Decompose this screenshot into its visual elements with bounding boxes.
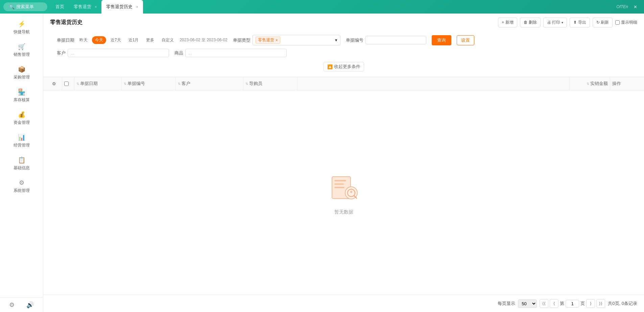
date-yesterday[interactable]: 昨天 xyxy=(76,36,91,44)
tab-retail-return-close[interactable]: × xyxy=(95,5,97,9)
search-icon: 🔍 xyxy=(9,4,15,9)
sort-bill-no-icon[interactable]: ⇅ xyxy=(124,82,126,86)
sort-customer-icon[interactable]: ⇅ xyxy=(178,82,181,86)
collapse-btn[interactable]: 🔼 收起更多条件 xyxy=(324,62,364,71)
page-next-btn[interactable]: ⟩ xyxy=(586,299,595,308)
tab-retail-return-history-close[interactable]: × xyxy=(136,5,138,9)
svg-rect-2 xyxy=(334,183,344,185)
query-button[interactable]: 查询 xyxy=(432,35,451,45)
sidebar-item-basic-info[interactable]: 📋 基础信息 xyxy=(0,152,43,175)
customer-select[interactable]: ... xyxy=(68,49,169,57)
th-date-label: 单据日期 xyxy=(80,81,98,87)
th-action-label: 操作 xyxy=(612,81,621,87)
customer-label: 客户 xyxy=(57,50,66,56)
page-number-input[interactable] xyxy=(566,300,579,308)
empty-text: 暂无数据 xyxy=(334,209,353,215)
date-last7[interactable]: 近7天 xyxy=(108,36,124,44)
collapse-up-icon: 🔼 xyxy=(327,64,333,69)
svg-rect-1 xyxy=(334,180,346,181)
quick-nav-icon: ⚡ xyxy=(18,20,25,28)
svg-rect-3 xyxy=(334,187,344,188)
sidebar-item-system-mgmt[interactable]: ⚙ 系统管理 xyxy=(0,175,43,198)
sidebar-item-purchase-mgmt-label: 采购管理 xyxy=(14,74,30,80)
tab-home-label: 首页 xyxy=(55,4,64,10)
date-filter-label: 单据日期 xyxy=(57,37,74,43)
sales-mgmt-icon: 🛒 xyxy=(18,43,25,50)
query-label: 查询 xyxy=(437,38,446,43)
page-nav: ⟨⟨ ⟨ 第 页 ⟩ ⟩⟩ xyxy=(540,299,605,308)
bill-type-select[interactable]: 零售退货 × ▾ xyxy=(253,35,340,45)
th-checkbox[interactable] xyxy=(62,77,74,90)
date-last1month[interactable]: 近1月 xyxy=(125,36,142,44)
select-all-checkbox[interactable] xyxy=(64,82,69,86)
sidebar-item-sales-mgmt[interactable]: 🛒 销售管理 xyxy=(0,39,43,62)
page-size-select[interactable]: 50 10 20 100 xyxy=(518,299,537,308)
bill-type-tag-close[interactable]: × xyxy=(276,38,278,43)
bill-type-label: 单据类型 xyxy=(233,37,251,43)
show-detail-label: 显示明细 xyxy=(621,20,637,25)
bill-no-input[interactable] xyxy=(365,36,426,44)
filter-area: 单据日期 昨天 今天 近7天 近1月 更多 自定义 2023-06-02 至 2… xyxy=(50,31,637,77)
purchase-mgmt-icon: 📦 xyxy=(18,66,25,73)
sort-date-icon[interactable]: ⇅ xyxy=(76,82,79,86)
tab-retail-return-history[interactable]: 零售退货历史 × xyxy=(101,0,143,14)
table-section: ⚙ ⇅ 单据日期 ⇅ 单据编号 ⇅ 客户 ⇅ xyxy=(43,77,644,312)
export-button[interactable]: ⬆ 导出 xyxy=(570,18,590,27)
top-bar: 🔍 搜索菜单 首页 零售退货 × 零售退货历史 × OfTEn ✕ xyxy=(0,0,644,14)
page-last-btn[interactable]: ⟩⟩ xyxy=(596,299,605,308)
th-customer-label: 客户 xyxy=(182,81,190,87)
date-range-display: 2023-06-02 至 2023-06-02 xyxy=(180,37,227,43)
new-button[interactable]: + 新增 xyxy=(498,18,517,27)
th-settings[interactable]: ⚙ xyxy=(50,77,62,90)
window-close-btn[interactable]: ✕ xyxy=(634,4,637,9)
page-prev-btn[interactable]: ⟨ xyxy=(550,299,558,308)
print-chevron-icon: ▾ xyxy=(562,21,563,24)
show-detail-input[interactable] xyxy=(615,20,620,25)
export-label: ⬆ 导出 xyxy=(573,20,586,25)
basic-info-icon: 📋 xyxy=(18,156,25,164)
sidebar-audio-btn[interactable]: 🔊 xyxy=(26,301,34,309)
sidebar-item-business-mgmt[interactable]: 📊 经营管理 xyxy=(0,130,43,152)
empty-state: 暂无数据 xyxy=(43,90,644,295)
th-guide: ⇅ 导购员 xyxy=(243,77,297,90)
date-more[interactable]: 更多 xyxy=(143,36,157,44)
th-amount: ⇅ 实销金额 xyxy=(570,77,610,90)
date-custom[interactable]: 自定义 xyxy=(159,36,177,44)
new-label: + 新增 xyxy=(502,20,513,25)
sidebar-settings-btn[interactable]: ⚙ xyxy=(9,301,15,309)
empty-illustration xyxy=(327,170,361,204)
total-text: 共0页, 0条记录 xyxy=(608,300,637,307)
sidebar-item-sales-mgmt-label: 销售管理 xyxy=(14,52,30,58)
print-label: 🖨 打印 xyxy=(547,20,560,25)
goods-filter: 商品 ... xyxy=(174,49,287,57)
sort-amount-icon[interactable]: ⇅ xyxy=(587,82,589,86)
page-header: 零售退货历史 + 新增 🗑 删除 🖨 打印 ▾ ⬆ 导出 xyxy=(43,14,644,77)
sidebar-item-capital-mgmt[interactable]: 💰 资金管理 xyxy=(0,107,43,130)
sidebar-item-inventory-calc-label: 库存核算 xyxy=(14,97,30,103)
goods-select[interactable]: ... xyxy=(185,49,287,57)
sidebar-item-purchase-mgmt[interactable]: 📦 采购管理 xyxy=(0,62,43,84)
date-today[interactable]: 今天 xyxy=(92,36,106,44)
show-detail-checkbox[interactable]: 显示明细 xyxy=(615,20,637,25)
bill-type-filter: 单据类型 零售退货 × ▾ xyxy=(233,35,340,45)
sort-guide-icon[interactable]: ⇅ xyxy=(245,82,248,86)
tab-home[interactable]: 首页 xyxy=(51,0,69,14)
th-amount-label: 实销金额 xyxy=(590,81,608,87)
setting-label: 设置 xyxy=(461,38,470,43)
sidebar-item-inventory-calc[interactable]: 🏪 库存核算 xyxy=(0,84,43,107)
filter-row-1: 单据日期 昨天 今天 近7天 近1月 更多 自定义 2023-06-02 至 2… xyxy=(57,35,630,45)
sidebar-item-quick-nav[interactable]: ⚡ 快捷导航 xyxy=(0,16,43,39)
page-title: 零售退货历史 xyxy=(50,19,82,26)
print-button[interactable]: 🖨 打印 ▾ xyxy=(543,18,567,27)
refresh-button[interactable]: ↻ 刷新 xyxy=(593,18,613,27)
search-menu[interactable]: 🔍 搜索菜单 xyxy=(3,2,47,11)
bill-type-selected: 零售退货 × xyxy=(256,37,280,44)
sidebar-item-business-mgmt-label: 经营管理 xyxy=(14,142,30,148)
business-mgmt-icon: 📊 xyxy=(18,134,25,141)
delete-button[interactable]: 🗑 删除 xyxy=(520,18,541,27)
page-first-btn[interactable]: ⟨⟨ xyxy=(540,299,548,308)
sidebar-item-quick-nav-label: 快捷导航 xyxy=(14,29,30,35)
setting-button[interactable]: 设置 xyxy=(457,35,474,45)
search-label: 搜索菜单 xyxy=(16,4,34,10)
tab-retail-return[interactable]: 零售退货 × xyxy=(69,0,101,14)
